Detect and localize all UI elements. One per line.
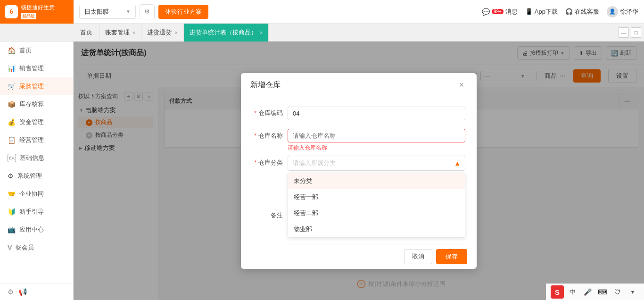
name-field: 请输入仓库名称: [288, 129, 465, 152]
trial-button[interactable]: 体验行业方案: [158, 5, 208, 19]
sidebar-bottom: ⚙ 📢: [0, 283, 73, 300]
bottom-logo-s[interactable]: S: [551, 285, 564, 299]
home-icon: 🏠: [8, 47, 16, 54]
sales-icon: 📊: [8, 65, 16, 72]
vip-icon: V: [8, 244, 12, 251]
message-icon: 💬: [482, 8, 490, 16]
modal-footer: 取消 保存: [241, 244, 477, 269]
sidebar-item-operations[interactable]: 📋 经营管理: [0, 131, 73, 149]
bottom-zh-icon[interactable]: 中: [566, 285, 579, 299]
purchase-icon: 🛒: [8, 83, 16, 90]
user-avatar: 👤: [607, 6, 618, 17]
logo-area: 6 畅捷通好生意 精品版: [0, 0, 74, 24]
modal-body: * 仓库编码 * 仓库名称: [241, 97, 477, 244]
collab-icon: 🤝: [8, 190, 16, 198]
header-right: 💬 99+ 消息 📱 App下载 🎧 在线客服 👤 徐泽华: [482, 6, 638, 17]
message-badge: 99+: [492, 9, 504, 14]
save-button[interactable]: 保存: [436, 249, 467, 264]
main-layout: 🏠 首页 📊 销售管理 🛒 采购管理 📦 库存核算 💰 资金管理 📋 经营管理 …: [0, 42, 644, 300]
sidebar-item-inventory[interactable]: 📦 库存核算: [0, 95, 73, 113]
guide-icon: 🔰: [8, 208, 16, 216]
tab-account[interactable]: 账套管理 ×: [99, 24, 141, 42]
top-header: 6 畅捷通好生意 精品版 日太阳膜 ▼ ⚙ 体验行业方案 💬 99+ 消息 📱 …: [0, 0, 644, 24]
name-error-msg: 请输入仓库名称: [288, 144, 465, 152]
code-input[interactable]: [288, 107, 465, 120]
sidebar-item-apps[interactable]: 📺 应用中心: [0, 221, 73, 239]
category-label: * 仓库分类: [252, 156, 288, 167]
operations-icon: 📋: [8, 136, 16, 144]
sidebar-speaker-icon[interactable]: 📢: [18, 288, 27, 296]
headset-icon: 🎧: [565, 8, 573, 15]
store-name: 日太阳膜: [84, 8, 109, 16]
tab-maximize-btn[interactable]: □: [631, 27, 641, 38]
tab-purchase-return[interactable]: 进货退货 ×: [141, 24, 183, 42]
sidebar-item-basics[interactable]: EA 基础信息: [0, 149, 73, 167]
form-row-code: * 仓库编码: [252, 107, 465, 120]
app-download-label: App下载: [535, 8, 558, 16]
option-property[interactable]: 物业部: [288, 221, 465, 237]
modal-overlay: 新增仓库 × * 仓库编码: [74, 42, 644, 300]
option-ops1[interactable]: 经营一部: [288, 189, 465, 205]
category-dropdown-list: 未分类 经营一部 经营二部 物业部: [288, 173, 465, 238]
phone-icon: 📱: [525, 8, 533, 15]
tab-close-account[interactable]: ×: [132, 30, 135, 35]
sidebar-item-sales[interactable]: 📊 销售管理: [0, 59, 73, 77]
message-item[interactable]: 💬 99+ 消息: [482, 8, 518, 16]
online-service-label: 在线客服: [575, 8, 599, 16]
sidebar-item-guide[interactable]: 🔰 新手引导: [0, 203, 73, 221]
basics-icon: EA: [8, 154, 16, 162]
store-selector[interactable]: 日太阳膜 ▼: [79, 5, 136, 19]
modal-title: 新增仓库: [250, 80, 281, 90]
tab-purchase-stats[interactable]: 进货单统计表（按商品） ×: [184, 24, 269, 42]
bottom-shield-icon[interactable]: 🛡: [611, 285, 624, 299]
option-ops2[interactable]: 经营二部: [288, 205, 465, 221]
online-service-item[interactable]: 🎧 在线客服: [565, 8, 599, 16]
note-label: 备注: [252, 208, 288, 220]
user-name: 徐泽华: [620, 8, 638, 16]
sidebar-item-vip[interactable]: V 畅会员: [0, 239, 73, 257]
name-input[interactable]: [288, 129, 465, 142]
page-content: 进货单统计(按商品) 🖨 按模板打印 ▼ ⬆ 导出 🔄 刷新: [74, 42, 644, 300]
tab-home[interactable]: 首页: [74, 24, 99, 42]
inventory-icon: 📦: [8, 100, 16, 108]
name-label: * 仓库名称: [252, 129, 288, 140]
user-item[interactable]: 👤 徐泽华: [607, 6, 638, 17]
category-arrow-up-icon: ▲: [454, 159, 461, 167]
bottom-bar: S 中 🎤 ⌨ 🛡 ▼: [546, 283, 644, 300]
cancel-button[interactable]: 取消: [404, 249, 432, 264]
tab-close-stats[interactable]: ×: [260, 30, 263, 35]
message-label: 消息: [505, 8, 518, 16]
sidebar-item-finance[interactable]: 💰 资金管理: [0, 113, 73, 131]
sidebar: 🏠 首页 📊 销售管理 🛒 采购管理 📦 库存核算 💰 资金管理 📋 经营管理 …: [0, 42, 74, 300]
logo-text: 畅捷通好生意 精品版: [21, 4, 55, 19]
tab-actions: — □: [619, 27, 644, 38]
code-field: [288, 107, 465, 120]
app-download-item[interactable]: 📱 App下载: [525, 8, 558, 16]
tab-close-return[interactable]: ×: [174, 30, 177, 35]
modal-close-btn[interactable]: ×: [456, 80, 467, 91]
bottom-more-icon[interactable]: ▼: [626, 285, 639, 299]
code-label: * 仓库编码: [252, 109, 288, 117]
settings-btn[interactable]: ⚙: [140, 4, 155, 19]
option-unclassified[interactable]: 未分类: [288, 173, 465, 189]
apps-icon: 📺: [8, 226, 16, 233]
category-dropdown[interactable]: 请输入所属分类 ▲: [288, 156, 465, 171]
sidebar-item-home[interactable]: 🏠 首页: [0, 42, 73, 59]
sidebar-item-collab[interactable]: 🤝 企业协同: [0, 185, 73, 203]
form-row-name: * 仓库名称 请输入仓库名称: [252, 129, 465, 152]
logo-icon: 6: [5, 5, 18, 18]
category-field: 请输入所属分类 ▲ 未分类 经营一部 经营二部 物业部: [288, 156, 465, 171]
system-icon: ⚙: [8, 172, 14, 180]
finance-icon: 💰: [8, 118, 16, 126]
store-dropdown-icon: ▼: [126, 9, 131, 14]
sidebar-settings-icon[interactable]: ⚙: [8, 288, 14, 296]
bottom-mic-icon[interactable]: 🎤: [581, 285, 594, 299]
sidebar-item-system[interactable]: ⚙ 系统管理: [0, 167, 73, 185]
bottom-keyboard-icon[interactable]: ⌨: [596, 285, 609, 299]
modal-header: 新增仓库 ×: [241, 73, 477, 97]
tab-minimize-btn[interactable]: —: [619, 27, 629, 38]
modal: 新增仓库 × * 仓库编码: [241, 73, 477, 269]
tab-bar: 首页 账套管理 × 进货退货 × 进货单统计表（按商品） × — □: [0, 24, 644, 42]
form-row-category: * 仓库分类 请输入所属分类 ▲ 未分类 经营一部: [252, 156, 465, 171]
sidebar-item-purchase[interactable]: 🛒 采购管理: [0, 77, 73, 95]
